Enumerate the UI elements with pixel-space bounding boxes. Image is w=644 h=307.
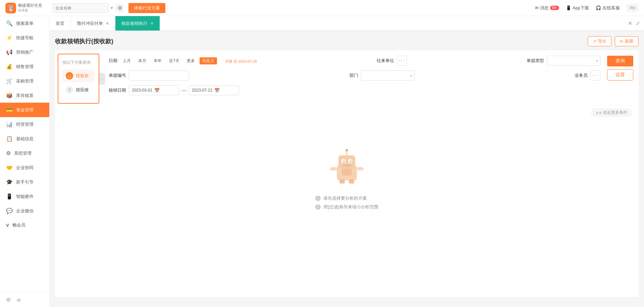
date-this-year-btn[interactable]: 本年 (151, 57, 164, 64)
message-badge: 99+ (550, 6, 559, 10)
svg-point-4 (343, 160, 345, 162)
sidebar-item-wechat[interactable]: 💬 企业微信 (0, 204, 49, 218)
search-icon: 🔍 (6, 20, 13, 27)
date-more-btn[interactable]: 更多 (184, 57, 198, 64)
svg-rect-6 (343, 165, 351, 166)
logo-area: 🐰 畅捷通好生意 标准版 (5, 3, 52, 13)
sidebar-item-finance[interactable]: 💳 资金管理 (0, 103, 49, 117)
refresh-label: 刷新 (625, 38, 634, 44)
guide-icon: 🎓 (6, 179, 13, 185)
refresh-btn[interactable]: ↻ 刷新 (615, 36, 639, 46)
brand-dropdown-icon[interactable]: ▾ (111, 5, 113, 10)
svg-point-5 (350, 160, 352, 162)
member-icon: V (6, 223, 9, 228)
sidebar-item-enterprise[interactable]: 🤝 企业协同 (0, 160, 49, 175)
receipt-icon: 💰 (66, 72, 73, 80)
tab-receivable[interactable]: 收款核销执行 ✕ (115, 16, 160, 31)
date-this-month-btn[interactable]: 本月 (136, 57, 149, 64)
online-service-label: 在线客服 (602, 5, 620, 11)
dept-select[interactable] (361, 70, 415, 81)
settings-btn[interactable]: 设置 (607, 69, 633, 81)
filter-actions: 查询 设置 (607, 50, 639, 105)
doc-number-field: 单据编号 (109, 70, 189, 81)
topbar-right: ✉ 消息 99+ 📱 App下载 🎧 在线客服 Rit (535, 4, 639, 12)
doc-type-select-wrap (547, 56, 600, 66)
app-name: 畅捷通好生意 (18, 3, 42, 8)
purchase-icon: 🛒 (6, 78, 13, 84)
sidebar-item-search-menu[interactable]: 🔍 搜索菜单 (0, 16, 49, 31)
date-last-month-btn[interactable]: 上月 (120, 57, 133, 64)
online-service-btn[interactable]: 🎧 在线客服 (596, 5, 620, 11)
dept-label: 部门 (350, 72, 358, 79)
filter-by-receipt[interactable]: 💰 按收款 (62, 69, 95, 82)
sidebar-label: 畅会员 (12, 222, 25, 228)
verification-end-field[interactable]: 2023-07-21 📅 (189, 85, 239, 95)
export-btn[interactable]: ↗ 导出 (588, 36, 611, 46)
sidebar-settings-icon[interactable]: ⚙ (6, 297, 11, 303)
sidebar-bottom: ⚙ ◀ (0, 292, 49, 307)
refresh-icon: ↻ (620, 39, 624, 44)
search-btn[interactable]: 查询 (607, 56, 633, 66)
topbar: 🐰 畅捷通好生意 标准版 ▾ ⚙ 体验行业方案 ✉ 消息 99+ 📱 App下载… (0, 0, 644, 16)
app-badge: 标准版 (18, 8, 42, 13)
tab-receivable-close-icon[interactable]: ✕ (150, 21, 154, 26)
tab-expand-icon[interactable]: ⤢ (636, 20, 640, 27)
page-title: 收款核销执行(按收款) (55, 37, 113, 45)
sidebar-item-quick-nav[interactable]: ⚡ 快捷导航 (0, 31, 49, 45)
app-download-icon: 📱 (566, 5, 571, 10)
sidebar-item-purchase[interactable]: 🛒 采购管理 (0, 74, 49, 88)
sidebar-item-hardware[interactable]: 📱 智能硬件 (0, 189, 49, 204)
filter-by-receivable[interactable]: ⏱ 按应收 (62, 84, 95, 96)
user-info[interactable]: Rit (627, 4, 639, 12)
date-custom-btn[interactable]: 自定义 (200, 57, 217, 64)
verification-start-value: 2023-03-01 (132, 88, 152, 93)
tab-prepay[interactable]: 预付冲应付单 ✕ (71, 16, 115, 31)
sidebar-item-system[interactable]: ⚙ 系统管理 (0, 146, 49, 160)
date-label: 日期 (109, 58, 117, 64)
date-filter-field: 日期 上月 本月 本年 近7天 更多 自定义 (109, 57, 217, 64)
app-download-btn[interactable]: 📱 App下载 (566, 5, 589, 11)
doc-type-field: 单据类型 (527, 56, 600, 66)
doc-type-select[interactable] (547, 56, 600, 66)
sidebar-label: 快捷导航 (16, 35, 34, 41)
filter-row-3: 核销日期 2023-03-01 📅 — 2023-07-21 (109, 85, 600, 95)
sidebar-label: 采购管理 (16, 78, 34, 84)
quick-nav-icon: ⚡ (6, 35, 13, 41)
svg-rect-1 (338, 155, 355, 168)
collapse-up-icon: ∧∧ (596, 110, 602, 115)
salesperson-picker-btn[interactable]: ··· (590, 70, 600, 81)
sidebar-collapse-icon[interactable]: ◀ (16, 297, 20, 303)
logo-text-wrap: 畅捷通好生意 标准版 (18, 3, 42, 13)
verification-start-field[interactable]: 2023-03-01 📅 (129, 85, 179, 95)
sidebar-item-guide[interactable]: 🎓 新手引导 (0, 175, 49, 189)
date-range-row: 2023-03-01 📅 — 2023-07-21 📅 (129, 85, 239, 95)
sidebar-item-sales[interactable]: 💰 销售管理 (0, 59, 49, 74)
sidebar-label: 库存核算 (16, 93, 34, 99)
settings-gear-icon[interactable]: ⚙ (115, 3, 124, 13)
collapse-more-label: 收起更多条件 (603, 110, 627, 115)
filter-sidebar-collapse-btn[interactable]: ‹ (99, 73, 105, 85)
robot-svg (327, 147, 367, 187)
tab-home[interactable]: 首页 (50, 16, 71, 31)
sidebar-item-basic-info[interactable]: 📋 基础信息 (0, 132, 49, 146)
collapse-more-btn[interactable]: ∧∧ 收起更多条件 (591, 108, 632, 117)
content-area: 按以下方案查询 💰 按收款 ⏱ 按应收 ‹ (55, 50, 639, 297)
headset-icon: 🎧 (596, 5, 601, 10)
counterpart-picker-btn[interactable]: ··· (397, 56, 407, 66)
sidebar-label: 新手引导 (16, 179, 34, 185)
sidebar-item-marketing[interactable]: 📢 营销推广 (0, 45, 49, 59)
verification-end-value: 2023-07-21 (192, 88, 212, 93)
message-btn[interactable]: ✉ 消息 99+ (535, 5, 559, 11)
industry-btn[interactable]: 体验行业方案 (128, 3, 165, 13)
tab-close-all-icon[interactable]: ✕ (628, 20, 632, 27)
doc-number-input[interactable] (129, 70, 189, 81)
tabs-bar: 首页 预付冲应付单 ✕ 收款核销执行 ✕ ✕ ⤢ (50, 16, 644, 31)
date-7days-btn[interactable]: 近7天 (166, 57, 182, 64)
brand-input[interactable] (52, 3, 109, 13)
sidebar-item-operations[interactable]: 📊 经营管理 (0, 117, 49, 132)
tab-prepay-close-icon[interactable]: ✕ (106, 21, 109, 26)
sidebar-item-inventory[interactable]: 📦 库存核算 (0, 88, 49, 103)
sidebar-item-member[interactable]: V 畅会员 (0, 218, 49, 232)
marketing-icon: 📢 (6, 49, 13, 55)
tab-home-label: 首页 (56, 20, 64, 27)
